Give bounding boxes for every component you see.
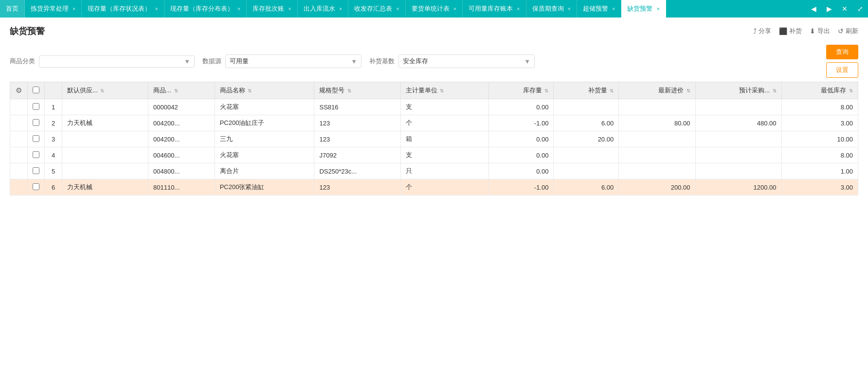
nav-tab-3[interactable]: 现存量（库存分布表） × <box>164 0 247 18</box>
export-button[interactable]: ⬇ 导出 <box>810 27 830 35</box>
row-name: PC200张紧油缸 <box>215 179 314 195</box>
th-supplier[interactable]: 默认供应... ⇅ <box>62 82 148 99</box>
close-tab-8[interactable]: × <box>517 6 520 12</box>
row-checkbox[interactable] <box>33 103 39 110</box>
th-min-stock[interactable]: 最低库存 ⇅ <box>781 82 858 99</box>
th-spec[interactable]: 规格型号 ⇅ <box>314 82 400 99</box>
row-estimated-purchase <box>695 99 781 115</box>
refresh-button[interactable]: ↺ 刷新 <box>838 27 858 35</box>
th-check[interactable] <box>28 82 45 99</box>
row-name: 火花塞 <box>215 99 314 115</box>
row-replenish: 20.00 <box>554 131 619 147</box>
row-name: PC200油缸庄子 <box>215 115 314 131</box>
nav-tab-10[interactable]: 超储预警 × <box>577 0 621 18</box>
row-stock: -1.00 <box>488 115 554 131</box>
nav-tab-2[interactable]: 现存量（库存状况表） × <box>82 0 164 18</box>
close-tab-7[interactable]: × <box>453 6 456 12</box>
nav-tab-4[interactable]: 库存批次账 × <box>247 0 297 18</box>
row-checkbox[interactable] <box>33 183 39 190</box>
row-unit: 支 <box>400 147 488 163</box>
close-tab-3[interactable]: × <box>237 6 240 12</box>
spec-sort-icon: ⇅ <box>347 88 351 93</box>
th-replenish[interactable]: 补货量 ⇅ <box>554 82 619 99</box>
stock-sort-icon: ⇅ <box>544 88 548 93</box>
row-code: 004200... <box>148 131 215 147</box>
close-tab-11[interactable]: × <box>656 6 659 12</box>
nav-controls: ◀ ▶ ✕ ⤢ <box>806 0 868 18</box>
row-supplier: 力天机械 <box>62 179 148 195</box>
close-tab-4[interactable]: × <box>288 6 291 12</box>
row-checkbox[interactable] <box>33 135 39 142</box>
select-all-checkbox[interactable] <box>33 87 39 93</box>
row-checkbox[interactable] <box>33 167 39 174</box>
th-unit[interactable]: 主计量单位 ⇅ <box>400 82 488 99</box>
nav-prev-button[interactable]: ◀ <box>806 0 821 18</box>
table-row: 3 004200... 三九 123 箱 0.00 20.00 10.00 <box>10 131 858 147</box>
row-replenish: 6.00 <box>554 179 619 195</box>
row-settings-cell <box>10 99 28 115</box>
unit-sort-icon: ⇅ <box>440 88 444 93</box>
row-check-cell[interactable] <box>28 147 45 163</box>
nav-tab-8[interactable]: 可用量库存账本 × <box>463 0 526 18</box>
row-supplier <box>62 147 148 163</box>
replenish-icon: ⬛ <box>779 27 787 35</box>
th-settings[interactable]: ⚙ <box>10 82 28 99</box>
category-label: 商品分类 <box>10 57 35 66</box>
close-tab-9[interactable]: × <box>568 6 571 12</box>
nav-tab-7[interactable]: 要货单统计表 × <box>406 0 463 18</box>
filter-action-buttons: 查询 设置 <box>826 45 858 78</box>
th-stock[interactable]: 库存量 ⇅ <box>488 82 554 99</box>
row-supplier: 力天机械 <box>62 115 148 131</box>
row-estimated-purchase: 480.00 <box>695 115 781 131</box>
nav-tab-home[interactable]: 首页 <box>0 0 25 18</box>
nav-tab-9[interactable]: 保质期查询 × <box>526 0 577 18</box>
row-spec: DS250*23c... <box>314 163 400 179</box>
close-tab-2[interactable]: × <box>155 6 158 12</box>
row-spec: 123 <box>314 179 400 195</box>
nav-tab-5[interactable]: 出入库流水 × <box>298 0 348 18</box>
nav-close-button[interactable]: ✕ <box>837 0 852 18</box>
nav-tab-1[interactable]: 拣货异常处理 × <box>25 0 82 18</box>
row-check-cell[interactable] <box>28 99 45 115</box>
row-replenish <box>554 163 619 179</box>
close-tab-10[interactable]: × <box>612 6 615 12</box>
replenish-base-select[interactable]: 安全库存 ▼ <box>398 54 535 68</box>
category-filter-group: 商品分类 ▼ <box>10 55 195 68</box>
nav-next-button[interactable]: ▶ <box>821 0 837 18</box>
row-settings-cell <box>10 147 28 163</box>
row-seq: 1 <box>45 99 62 115</box>
row-estimated-purchase: 1200.00 <box>695 179 781 195</box>
row-check-cell[interactable] <box>28 179 45 195</box>
table-row: 5 004800... 离合片 DS250*23c... 只 0.00 1.00 <box>10 163 858 179</box>
nav-expand-button[interactable]: ⤢ <box>852 0 868 18</box>
row-checkbox[interactable] <box>33 151 39 158</box>
share-icon: ⤴ <box>753 27 757 35</box>
settings-gear-icon[interactable]: ⚙ <box>16 86 22 94</box>
close-tab-5[interactable]: × <box>339 6 342 12</box>
query-button[interactable]: 查询 <box>826 45 858 59</box>
datasource-select[interactable]: 可用量 ▼ <box>225 54 362 68</box>
name-sort-icon: ⇅ <box>248 88 252 93</box>
header-actions: ⤴ 分享 ⬛ 补货 ⬇ 导出 ↺ 刷新 <box>753 27 858 35</box>
th-estimated-purchase[interactable]: 预计采购... ⇅ <box>695 82 781 99</box>
replenish-sort-icon: ⇅ <box>610 88 614 93</box>
th-code[interactable]: 商品... ⇅ <box>148 82 215 99</box>
estimated-purchase-sort-icon: ⇅ <box>773 88 777 93</box>
row-spec: J7092 <box>314 147 400 163</box>
row-checkbox[interactable] <box>33 119 39 126</box>
row-check-cell[interactable] <box>28 131 45 147</box>
category-select[interactable]: ▼ <box>39 55 195 68</box>
row-supplier <box>62 131 148 147</box>
close-tab-6[interactable]: × <box>396 6 399 12</box>
settings-button[interactable]: 设置 <box>826 62 858 78</box>
row-check-cell[interactable] <box>28 163 45 179</box>
row-stock: -1.00 <box>488 179 554 195</box>
th-latest-price[interactable]: 最新进价 ⇅ <box>619 82 695 99</box>
share-button[interactable]: ⤴ 分享 <box>753 27 771 35</box>
nav-tab-11[interactable]: 缺货预警 × <box>621 0 666 18</box>
close-tab-1[interactable]: × <box>72 6 75 12</box>
nav-tab-6[interactable]: 收发存汇总表 × <box>348 0 405 18</box>
replenish-button[interactable]: ⬛ 补货 <box>779 27 802 35</box>
row-check-cell[interactable] <box>28 115 45 131</box>
th-name[interactable]: 商品名称 ⇅ <box>215 82 314 99</box>
